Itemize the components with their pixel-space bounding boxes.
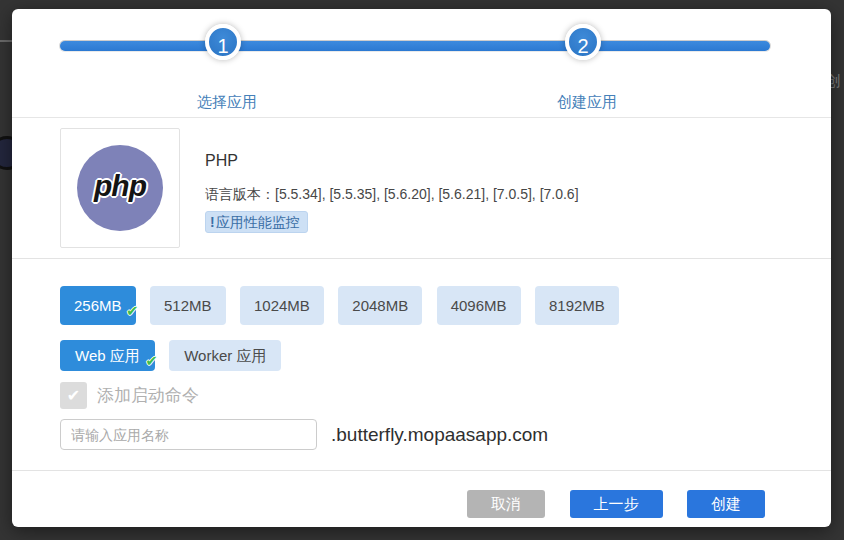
memory-option-1024mb[interactable]: 1024MB [240,286,324,325]
cancel-button[interactable]: 取消 [467,490,545,518]
app-name-row: .butterfly.mopaasapp.com [60,419,548,450]
memory-options-row: 256MB ✔ 512MB 1024MB 2048MB 4096MB 8192M… [60,286,629,325]
app-type-label: Web 应用 [75,347,140,364]
memory-option-8192mb[interactable]: 8192MB [535,286,619,325]
memory-option-label: 1024MB [254,297,310,314]
selected-app-section: php PHP 语言版本：[5.5.34], [5.5.35], [5.6.20… [12,119,831,259]
memory-option-label: 4096MB [451,297,507,314]
startup-command-label: 添加启动命令 [97,384,199,407]
app-type-label: Worker 应用 [184,347,266,364]
app-title: PHP [205,152,238,170]
step-2-circle[interactable]: 2 [565,24,601,60]
check-icon: ✔ [126,291,139,330]
previous-step-button[interactable]: 上一步 [570,490,663,518]
memory-option-4096mb[interactable]: 4096MB [437,286,521,325]
domain-suffix: .butterfly.mopaasapp.com [331,424,548,446]
wizard-stepper: 1 2 选择应用 创建应用 [12,9,831,118]
performance-monitor-badge-label: 应用性能监控 [216,214,300,230]
app-type-worker[interactable]: Worker 应用 [169,340,281,371]
create-button[interactable]: 创建 [687,490,765,518]
php-logo-icon: php [77,145,163,231]
memory-option-label: 256MB [74,297,122,314]
memory-option-512mb[interactable]: 512MB [150,286,226,325]
app-type-web[interactable]: Web 应用 ✔ [60,340,155,371]
step-1-label: 选择应用 [147,93,307,112]
check-icon: ✔ [145,345,158,376]
memory-option-label: 8192MB [549,297,605,314]
modal-footer: 取消 上一步 创建 [12,470,831,527]
performance-monitor-badge: !应用性能监控 [205,211,308,233]
app-versions: 语言版本：[5.5.34], [5.5.35], [5.6.20], [5.6.… [205,186,579,204]
app-type-row: Web 应用 ✔ Worker 应用 [60,340,291,371]
step-1-circle[interactable]: 1 [205,24,241,60]
step-2-label: 创建应用 [507,93,667,112]
php-logo-text: php [94,169,146,203]
memory-option-2048mb[interactable]: 2048MB [338,286,422,325]
backdrop-text-fragment-left [0,40,12,42]
progress-track [59,40,771,52]
app-card: php [60,128,180,248]
app-name-input[interactable] [60,419,317,450]
checkbox-check-icon: ✔ [67,387,80,404]
create-app-modal: 1 2 选择应用 创建应用 php PHP 语言版本：[5.5.34], [5.… [12,9,831,527]
memory-option-label: 512MB [164,297,212,314]
startup-command-row: ✔ 添加启动命令 [60,382,199,409]
memory-option-label: 2048MB [352,297,408,314]
startup-command-checkbox[interactable]: ✔ [60,382,87,409]
memory-option-256mb[interactable]: 256MB ✔ [60,286,136,325]
progress-fill [60,41,770,51]
performance-monitor-icon: ! [210,214,215,230]
